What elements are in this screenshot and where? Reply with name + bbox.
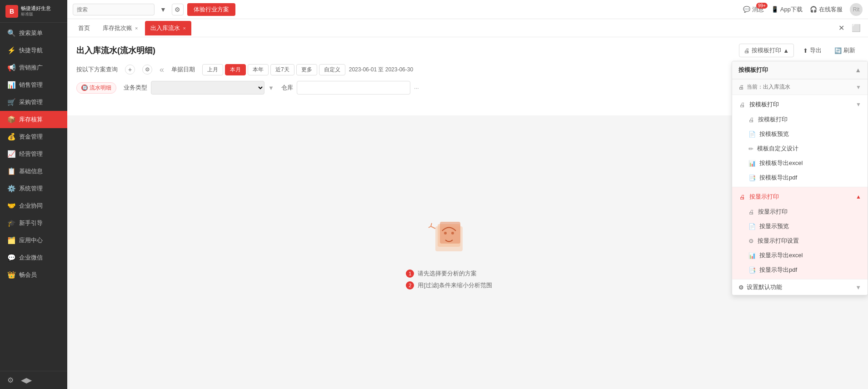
display-excel-sub[interactable]: 📊 按显示导出excel: [732, 248, 868, 263]
display-print-label: 按显示打印: [749, 193, 779, 201]
dropdown-collapse-btn[interactable]: ▲: [855, 66, 861, 74]
sidebar-item-system[interactable]: ⚙️系统管理: [0, 180, 67, 197]
template-pdf-sub[interactable]: 📑 按模板导出pdf: [732, 170, 868, 185]
content-area: 出入库流水(流水明细) 🖨 按模板打印 ▲ ⬆ 导出 🔄 刷新: [67, 37, 868, 389]
date-btn-上月[interactable]: 上月: [202, 64, 223, 75]
tip-number-1: 1: [406, 269, 414, 278]
empty-tip-1: 1 请先选择要分析的方案: [406, 269, 492, 278]
date-btn-近7天[interactable]: 近7天: [270, 64, 294, 75]
date-btn-更多[interactable]: 更多: [296, 64, 317, 75]
template-custom-sub[interactable]: ✏ 模板自定义设计: [732, 141, 868, 156]
sidebar-icon-purchase: 🛒: [7, 98, 15, 106]
print-template-btn[interactable]: 🖨 按模板打印 ▲: [739, 44, 794, 57]
date-btn-本年[interactable]: 本年: [248, 64, 269, 75]
warehouse-more-icon[interactable]: ···: [414, 85, 419, 91]
sidebar-item-wechat[interactable]: 💬企业微信: [0, 249, 67, 266]
tab-close-inout-flow[interactable]: ×: [183, 25, 185, 31]
topbar-settings-btn[interactable]: ⚙: [172, 4, 184, 15]
tab-close-batch-account[interactable]: ×: [135, 25, 138, 31]
display-print-settings-sub[interactable]: ⚙ 按显示打印设置: [732, 234, 868, 248]
template-excel-label: 按模板导出excel: [759, 159, 803, 167]
display-preview-label: 按显示预览: [759, 222, 789, 230]
sidebar-item-member[interactable]: 👑畅会员: [0, 266, 67, 284]
app-logo: B 畅捷通好生意 标准版: [0, 0, 67, 23]
sidebar-item-search[interactable]: 🔍搜索菜单: [0, 25, 67, 42]
tab-inout-flow[interactable]: 出入库流水×: [145, 21, 191, 35]
date-btn-自定义[interactable]: 自定义: [319, 64, 345, 75]
user-avatar[interactable]: Rit: [850, 3, 863, 16]
sidebar-item-guide[interactable]: 🎓新手引导: [0, 214, 67, 232]
warehouse-input[interactable]: [297, 81, 410, 95]
sidebar-item-quick-nav[interactable]: ⚡快捷导航: [0, 42, 67, 59]
template-excel-sub[interactable]: 📊 按模板导出excel: [732, 156, 868, 170]
sidebar: B 畅捷通好生意 标准版 🔍搜索菜单⚡快捷导航📢营销推广📊销售管理🛒采购管理📦库…: [0, 0, 67, 389]
template-print-arrow: ▼: [856, 101, 861, 108]
sidebar-label-purchase: 采购管理: [19, 98, 43, 106]
sidebar-label-enterprise: 企业协同: [19, 202, 43, 210]
dropdown-footer[interactable]: ⚙ 设置默认功能 ▼: [732, 279, 868, 295]
collapse-icon[interactable]: ◀▶: [21, 376, 32, 384]
logo-sub: 标准版: [21, 11, 51, 17]
template-print-title: 🖨 按模板打印: [738, 100, 779, 109]
tab-home[interactable]: 首页: [73, 21, 95, 35]
filter-collapse-icon[interactable]: «: [160, 65, 164, 75]
trial-btn[interactable]: 体验行业方案: [187, 3, 235, 16]
sidebar-icon-finance: 💰: [7, 133, 15, 141]
footer-arrow: ▼: [855, 284, 861, 291]
sidebar-item-sales[interactable]: 📊销售管理: [0, 76, 67, 94]
customer-service-btn[interactable]: 🎧 在线客服: [810, 5, 843, 14]
display-print-sub[interactable]: 🖨 按显示打印: [732, 204, 868, 219]
warehouse-label: 仓库: [281, 84, 293, 92]
template-preview-sub[interactable]: 📄 按模板预览: [732, 127, 868, 141]
maximize-btn[interactable]: ⬜: [850, 23, 863, 33]
svg-line-5: [431, 226, 435, 229]
filter-tag[interactable]: 🔄 流水明细: [76, 82, 116, 94]
sidebar-item-operation[interactable]: 📈经营管理: [0, 145, 67, 163]
sidebar-icon-search: 🔍: [7, 29, 15, 37]
sidebar-item-finance[interactable]: 💰资金管理: [0, 128, 67, 145]
display-print-title: 🖨 按显示打印: [738, 193, 779, 201]
refresh-btn[interactable]: 🔄 刷新: [831, 44, 859, 57]
display-print-sub-label: 按显示打印: [758, 208, 788, 216]
notification-btn[interactable]: 💬 消息 99+: [743, 5, 764, 14]
template-printer-icon: 🖨: [738, 101, 746, 108]
sidebar-icon-guide: 🎓: [7, 219, 15, 227]
empty-illustration: [426, 215, 472, 260]
sidebar-item-app-center[interactable]: 🗂️应用中心: [0, 232, 67, 249]
business-type-dropdown-icon: ▼: [268, 85, 274, 91]
template-custom-label: 模板自定义设计: [757, 145, 798, 153]
display-pdf-sub[interactable]: 📑 按显示导出pdf: [732, 263, 868, 277]
sidebar-item-inventory[interactable]: 📦库存核算: [0, 111, 67, 128]
export-btn[interactable]: ⬆ 导出: [799, 44, 825, 57]
template-preview-label: 按模板预览: [759, 130, 789, 138]
display-print-header[interactable]: 🖨 按显示打印 ▲: [732, 189, 868, 204]
app-download-btn[interactable]: 📱 App下载: [771, 5, 803, 14]
template-print-sub[interactable]: 🖨 按模板打印: [732, 112, 868, 127]
sidebar-label-member: 畅会员: [19, 271, 37, 279]
dropdown-header: 按模板打印 ▲: [732, 61, 868, 79]
print-dropdown: 按模板打印 ▲ 🖨 当前：出入库流水 ▼ 🖨 按模板打印 ▼: [732, 61, 868, 295]
sidebar-item-purchase[interactable]: 🛒采购管理: [0, 94, 67, 111]
filter-settings-btn[interactable]: ⚙: [142, 65, 152, 75]
dsub-preview-icon: 📄: [748, 223, 756, 230]
sidebar-item-basic[interactable]: 📋基础信息: [0, 163, 67, 180]
business-type-label: 业务类型: [124, 84, 147, 92]
search-input[interactable]: [73, 4, 155, 15]
logo-text: 畅捷通好生意: [21, 5, 51, 11]
template-print-header[interactable]: 🖨 按模板打印 ▼: [732, 97, 868, 112]
search-dropdown-btn[interactable]: ▼: [158, 5, 168, 14]
filter-tag-icon: 🔄: [81, 85, 88, 91]
display-preview-sub[interactable]: 📄 按显示预览: [732, 219, 868, 234]
close-all-tabs-btn[interactable]: ✕: [837, 23, 846, 33]
sidebar-label-wechat: 企业微信: [19, 254, 43, 262]
sidebar-icon-member: 👑: [7, 271, 15, 279]
sidebar-item-marketing[interactable]: 📢营销推广: [0, 59, 67, 76]
date-btn-本月[interactable]: 本月: [225, 64, 246, 75]
business-type-select[interactable]: [151, 81, 264, 95]
sidebar-item-enterprise[interactable]: 🤝企业协同: [0, 197, 67, 214]
page-title: 出入库流水(流水明细): [76, 45, 155, 56]
tab-batch-account[interactable]: 库存批次账×: [97, 21, 143, 35]
settings-icon[interactable]: ⚙: [7, 376, 14, 384]
current-label: 当前：出入库流水: [747, 83, 790, 91]
add-filter-btn[interactable]: +: [125, 65, 135, 75]
